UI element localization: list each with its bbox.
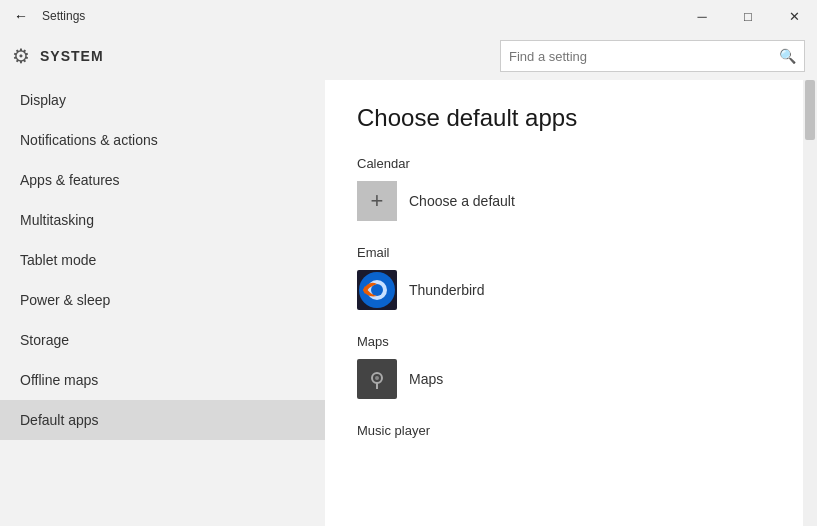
- content-area: Choose default apps Calendar + Choose a …: [325, 80, 817, 526]
- scrollbar-track[interactable]: [803, 80, 817, 526]
- search-container: 🔍: [500, 40, 805, 72]
- calendar-app-item[interactable]: + Choose a default: [357, 181, 785, 221]
- search-icon: 🔍: [779, 48, 796, 64]
- maximize-button[interactable]: □: [725, 0, 771, 32]
- maps-app-item[interactable]: Maps: [357, 359, 785, 399]
- calendar-app-name: Choose a default: [409, 193, 515, 209]
- sidebar-item-power-sleep[interactable]: Power & sleep: [0, 280, 325, 320]
- sidebar-item-display[interactable]: Display: [0, 80, 325, 120]
- email-app-name: Thunderbird: [409, 282, 485, 298]
- section-label-calendar: Calendar: [357, 156, 785, 171]
- calendar-app-icon: +: [357, 181, 397, 221]
- sidebar: Display Notifications & actions Apps & f…: [0, 80, 325, 526]
- sidebar-item-notifications[interactable]: Notifications & actions: [0, 120, 325, 160]
- scrollbar-thumb[interactable]: [805, 80, 815, 140]
- maps-app-name: Maps: [409, 371, 443, 387]
- thunderbird-app-icon: [357, 270, 397, 310]
- app-title-group: ⚙ SYSTEM: [12, 44, 104, 68]
- minimize-button[interactable]: ─: [679, 0, 725, 32]
- title-bar-controls: ─ □ ✕: [679, 0, 817, 32]
- title-bar-left: ← Settings: [8, 4, 85, 28]
- header-row: ⚙ SYSTEM 🔍: [0, 32, 817, 80]
- back-title-icon[interactable]: ←: [8, 4, 34, 28]
- section-label-email: Email: [357, 245, 785, 260]
- search-input[interactable]: [509, 49, 779, 64]
- svg-point-2: [371, 284, 383, 296]
- sidebar-item-storage[interactable]: Storage: [0, 320, 325, 360]
- close-button[interactable]: ✕: [771, 0, 817, 32]
- sidebar-item-offline-maps[interactable]: Offline maps: [0, 360, 325, 400]
- window-title: Settings: [42, 9, 85, 23]
- sidebar-item-multitasking[interactable]: Multitasking: [0, 200, 325, 240]
- section-label-music: Music player: [357, 423, 785, 438]
- page-title: Choose default apps: [357, 104, 785, 132]
- main-layout: Display Notifications & actions Apps & f…: [0, 80, 817, 526]
- sidebar-item-apps-features[interactable]: Apps & features: [0, 160, 325, 200]
- section-label-maps: Maps: [357, 334, 785, 349]
- svg-point-5: [375, 376, 379, 380]
- app-title-text: SYSTEM: [40, 48, 104, 64]
- sidebar-item-tablet-mode[interactable]: Tablet mode: [0, 240, 325, 280]
- gear-icon: ⚙: [12, 44, 30, 68]
- title-bar: ← Settings ─ □ ✕: [0, 0, 817, 32]
- sidebar-item-default-apps[interactable]: Default apps: [0, 400, 325, 440]
- email-app-item[interactable]: Thunderbird: [357, 270, 785, 310]
- maps-app-icon: [357, 359, 397, 399]
